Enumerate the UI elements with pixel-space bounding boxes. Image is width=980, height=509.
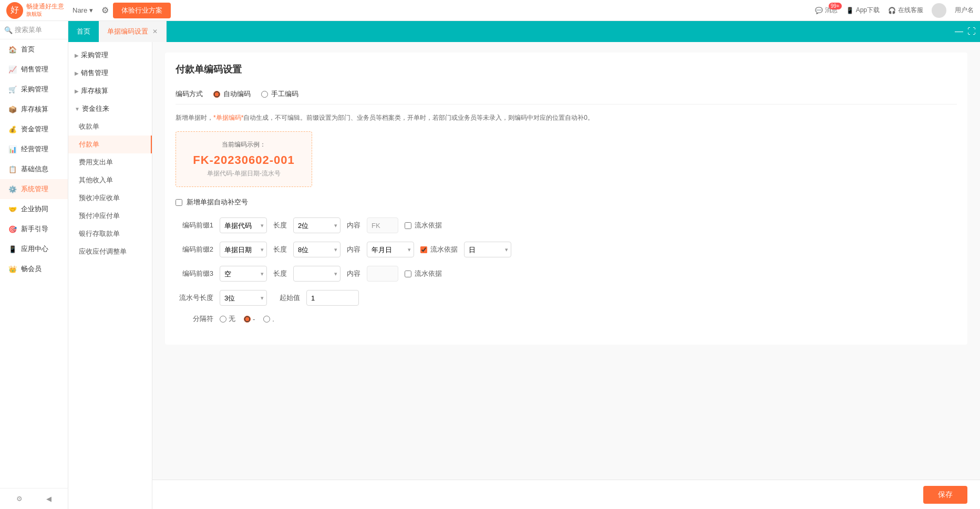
sidebar-item-guide[interactable]: 🎯 新手引导 — [0, 219, 68, 239]
nav-dropdown[interactable]: Nare ▾ — [68, 4, 97, 16]
bottom-bar: 保存 — [152, 480, 980, 509]
auto-encoding-radio[interactable] — [213, 91, 220, 98]
prefix3-length-select[interactable] — [293, 266, 341, 282]
sub-item-expense[interactable]: 费用支出单 — [68, 153, 152, 171]
example-box: 当前编码示例： FK-20230602-001 单据代码-单据日期-流水号 — [176, 131, 312, 187]
tab-encoding[interactable]: 单据编码设置 ✕ — [99, 21, 167, 42]
encoding-method-row: 编码方式 自动编码 手工编码 — [176, 84, 957, 105]
tab-maximize-btn[interactable]: ⛶ — [967, 27, 976, 36]
save-button[interactable]: 保存 — [923, 486, 967, 504]
prefix1-select[interactable]: 单据代码 — [220, 217, 267, 233]
sidebar-bottom: ⚙ ◀ — [0, 488, 68, 509]
sidebar-item-member[interactable]: 👑 畅会员 — [0, 259, 68, 279]
sub-item-pre-payment-offset[interactable]: 预付冲应付单 — [68, 207, 152, 225]
main-content: 付款单编码设置 编码方式 自动编码 手工编码 — [152, 42, 980, 480]
sidebar-item-enterprise[interactable]: 🤝 企业协同 — [0, 199, 68, 219]
separator-none-label[interactable]: 无 — [220, 314, 235, 324]
prefix2-length-select[interactable]: 8位 — [293, 242, 341, 257]
sidebar-search[interactable]: 🔍 搜索菜单 — [0, 21, 68, 39]
prefix1-row: 编码前缀1 单据代码 长度 2位 — [176, 217, 957, 233]
experience-button[interactable]: 体验行业方案 — [113, 3, 171, 18]
prefix1-stream-label[interactable]: 流水依据 — [405, 221, 442, 230]
business-icon: 📊 — [8, 145, 17, 153]
prefix2-stream-label[interactable]: 流水依据 — [420, 245, 458, 254]
prefix2-select[interactable]: 单据日期 — [220, 242, 267, 257]
auto-fill-checkbox[interactable] — [176, 199, 182, 206]
prefix2-select-wrapper[interactable]: 单据日期 — [220, 242, 267, 257]
sidebar-item-purchase[interactable]: 🛒 采购管理 — [0, 79, 68, 99]
start-value-input[interactable] — [306, 290, 359, 306]
app-icon: 📱 — [846, 7, 854, 14]
settings-icon[interactable]: ⚙ — [101, 5, 109, 15]
prefix2-unit-select[interactable]: 日 — [464, 242, 511, 257]
prefix3-stream-label[interactable]: 流水依据 — [405, 269, 442, 278]
separator-none-text: 无 — [229, 314, 235, 324]
sidebar-label-sales: 销售管理 — [21, 65, 48, 74]
settings-card: 付款单编码设置 编码方式 自动编码 手工编码 — [165, 53, 967, 345]
inventory-icon: 📦 — [8, 105, 17, 113]
separator-none-radio[interactable] — [220, 316, 226, 323]
separator-dot-radio[interactable] — [263, 316, 270, 323]
sub-item-adjustment[interactable]: 应收应付调整单 — [68, 243, 152, 261]
sub-item-other-income[interactable]: 其他收入单 — [68, 171, 152, 189]
sidebar-settings-btn[interactable]: ⚙ — [14, 493, 25, 505]
prefix1-select-wrapper[interactable]: 单据代码 — [220, 217, 267, 233]
sidebar-item-inventory[interactable]: 📦 库存核算 — [0, 99, 68, 119]
main-column: 付款单编码设置 编码方式 自动编码 手工编码 — [152, 42, 980, 509]
prefix2-stream-checkbox[interactable] — [420, 246, 427, 253]
sidebar-item-home[interactable]: 🏠 首页 — [0, 39, 68, 59]
sidebar-item-sales[interactable]: 📈 销售管理 — [0, 59, 68, 79]
prefix2-content-wrapper[interactable]: 年月日 — [367, 242, 414, 257]
prefix3-stream-checkbox[interactable] — [405, 271, 411, 277]
service-action[interactable]: 🎧 在线客服 — [888, 6, 923, 15]
prefix3-select[interactable]: 空 — [220, 266, 267, 282]
sub-group-header-sales[interactable]: ▶ 销售管理 — [68, 64, 152, 82]
search-icon: 🔍 — [4, 26, 13, 34]
prefix1-label: 编码前缀1 — [176, 221, 213, 230]
user-avatar — [932, 3, 946, 18]
purchase-icon: 🛒 — [8, 85, 17, 94]
sub-group-header-purchase[interactable]: ▶ 采购管理 — [68, 46, 152, 64]
stream-length-wrapper[interactable]: 3位 — [220, 290, 267, 306]
sidebar-item-app[interactable]: 📱 应用中心 — [0, 239, 68, 259]
prefix3-select-wrapper[interactable]: 空 — [220, 266, 267, 282]
prefix1-stream-checkbox[interactable] — [405, 222, 411, 229]
stream-length-select[interactable]: 3位 — [220, 290, 267, 306]
sub-group-sales: ▶ 销售管理 — [68, 64, 152, 82]
sidebar-item-basic[interactable]: 📋 基础信息 — [0, 159, 68, 179]
service-icon: 🎧 — [888, 7, 896, 14]
auto-encoding-text: 自动编码 — [223, 89, 251, 99]
tab-home[interactable]: 首页 — [68, 21, 99, 42]
sidebar-collapse-btn[interactable]: ◀ — [44, 493, 54, 505]
message-action[interactable]: 💬 消息 99+ — [815, 6, 838, 15]
sub-group-header-funds[interactable]: ▼ 资金往来 — [68, 100, 152, 118]
guide-icon: 🎯 — [8, 225, 17, 233]
prefix2-length-wrapper[interactable]: 8位 — [293, 242, 341, 257]
app-download-action[interactable]: 📱 App下载 — [846, 6, 880, 15]
sidebar-item-business[interactable]: 📊 经营管理 — [0, 139, 68, 159]
sub-item-bank[interactable]: 银行存取款单 — [68, 225, 152, 243]
sub-item-pre-receipt-offset[interactable]: 预收冲应收单 — [68, 189, 152, 207]
separator-dash-radio[interactable] — [244, 316, 251, 323]
prefix3-row: 编码前缀3 空 长度 — [176, 266, 957, 282]
prefix3-length-wrapper[interactable] — [293, 266, 341, 282]
sub-item-receipt[interactable]: 收款单 — [68, 118, 152, 136]
prefix1-length-wrapper[interactable]: 2位 — [293, 217, 341, 233]
manual-encoding-radio[interactable] — [261, 91, 268, 98]
info-highlight: *单据编码* — [213, 114, 243, 121]
separator-dot-label[interactable]: . — [263, 315, 274, 323]
prefix2-unit-wrapper[interactable]: 日 — [464, 242, 511, 257]
auto-encoding-label[interactable]: 自动编码 — [213, 89, 251, 99]
chevron-right-icon: ▶ — [75, 53, 79, 58]
sub-group-header-inventory[interactable]: ▶ 库存核算 — [68, 82, 152, 100]
encoding-method-label: 编码方式 — [176, 89, 203, 99]
prefix2-content-select[interactable]: 年月日 — [367, 242, 414, 257]
tab-encoding-close[interactable]: ✕ — [152, 28, 158, 35]
sidebar-item-system[interactable]: ⚙️ 系统管理 — [0, 179, 68, 199]
sub-item-payment[interactable]: 付款单 — [68, 136, 152, 153]
tab-minimize-btn[interactable]: — — [955, 27, 963, 36]
prefix1-length-select[interactable]: 2位 — [293, 217, 341, 233]
separator-dash-label[interactable]: - — [244, 315, 255, 323]
sidebar-item-finance[interactable]: 💰 资金管理 — [0, 119, 68, 139]
manual-encoding-label[interactable]: 手工编码 — [261, 89, 298, 99]
